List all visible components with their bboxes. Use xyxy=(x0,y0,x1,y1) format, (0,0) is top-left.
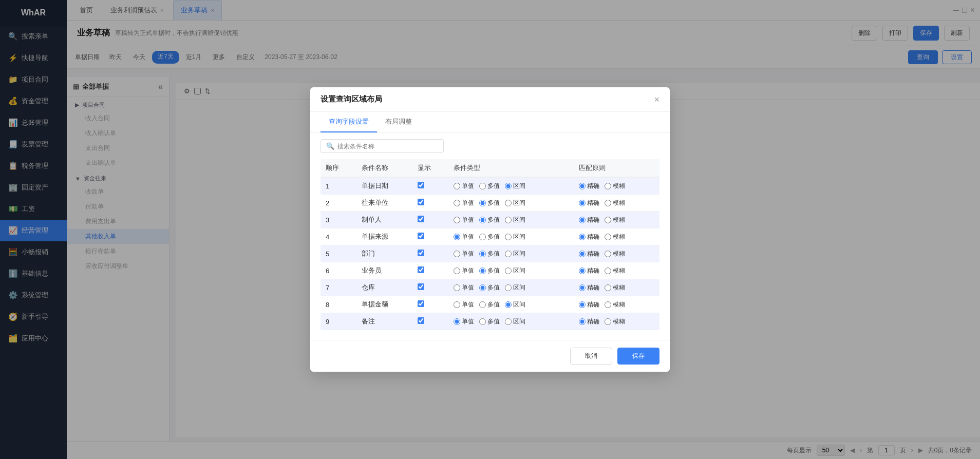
show-checkbox[interactable] xyxy=(418,182,424,188)
show-checkbox[interactable] xyxy=(418,233,424,239)
match-radio-1[interactable]: 模糊 xyxy=(605,216,625,224)
match-radio-1[interactable]: 模糊 xyxy=(605,250,625,258)
cond-type-radio-0[interactable]: 单值 xyxy=(454,182,474,190)
col-condtype: 条件类型 xyxy=(448,159,573,177)
table-row: 1单据日期单值多值区间精确模糊 xyxy=(321,177,659,195)
table-row: 5部门单值多值区间精确模糊 xyxy=(321,245,659,262)
settings-table: 顺序 条件名称 显示 条件类型 匹配原则 1单据日期单值多值区间精确模糊2往来单… xyxy=(321,159,659,334)
cell-name: 备注 xyxy=(356,313,412,330)
cond-type-radio-2[interactable]: 区间 xyxy=(505,300,525,309)
match-radio-0[interactable]: 精确 xyxy=(579,266,599,275)
cond-type-radio-1[interactable]: 多值 xyxy=(479,199,500,207)
dialog-footer: 取消 保存 xyxy=(310,340,670,372)
match-radio-0[interactable]: 精确 xyxy=(579,233,599,241)
cond-type-radio-1[interactable]: 多值 xyxy=(479,233,500,241)
cell-order: 9 xyxy=(321,313,356,330)
cell-name: 单据日期 xyxy=(356,177,412,195)
match-radio-1[interactable]: 模糊 xyxy=(605,233,625,241)
dialog-close-button[interactable]: × xyxy=(654,95,659,104)
cond-type-radio-2[interactable]: 区间 xyxy=(505,317,525,326)
table-row: 9备注单值多值区间精确模糊 xyxy=(321,313,659,330)
cell-order: 10 xyxy=(321,330,356,334)
match-radio-1[interactable]: 模糊 xyxy=(605,300,625,309)
cell-order: 6 xyxy=(321,262,356,279)
match-radio-0[interactable]: 精确 xyxy=(579,250,599,258)
show-checkbox[interactable] xyxy=(418,300,424,307)
cond-type-radio-2[interactable]: 区间 xyxy=(505,250,525,258)
col-order: 顺序 xyxy=(321,159,356,177)
cell-order: 3 xyxy=(321,212,356,228)
cond-type-radio-0[interactable]: 单值 xyxy=(454,317,474,326)
modal-overlay: 设置查询区域布局 × 查询字段设置 布局调整 🔍 顺序 条件名称 xyxy=(0,0,980,459)
cell-name: 单据金额 xyxy=(356,296,412,313)
table-row: 7仓库单值多值区间精确模糊 xyxy=(321,279,659,296)
cond-type-radio-2[interactable]: 区间 xyxy=(505,182,525,190)
settings-dialog: 设置查询区域布局 × 查询字段设置 布局调整 🔍 顺序 条件名称 xyxy=(310,87,670,372)
dialog-tab-fields[interactable]: 查询字段设置 xyxy=(321,112,377,132)
show-checkbox[interactable] xyxy=(418,199,424,205)
col-name: 条件名称 xyxy=(356,159,412,177)
cond-type-radio-0[interactable]: 单值 xyxy=(454,250,474,258)
cell-order: 4 xyxy=(321,228,356,245)
show-checkbox[interactable] xyxy=(418,317,424,324)
cond-type-radio-2[interactable]: 区间 xyxy=(505,266,525,275)
match-radio-0[interactable]: 精确 xyxy=(579,317,599,326)
settings-table-scroll[interactable]: 顺序 条件名称 显示 条件类型 匹配原则 1单据日期单值多值区间精确模糊2往来单… xyxy=(321,159,659,334)
condition-search-bar: 🔍 xyxy=(321,139,444,153)
match-radio-1[interactable]: 模糊 xyxy=(605,283,625,292)
cond-type-radio-2[interactable]: 区间 xyxy=(505,216,525,224)
table-row: 6业务员单值多值区间精确模糊 xyxy=(321,262,659,279)
cell-name: 部门 xyxy=(356,245,412,262)
cond-type-radio-1[interactable]: 多值 xyxy=(479,283,500,292)
cell-order: 8 xyxy=(321,296,356,313)
table-row: 2往来单位单值多值区间精确模糊 xyxy=(321,195,659,212)
col-show: 显示 xyxy=(412,159,448,177)
cond-type-radio-0[interactable]: 单值 xyxy=(454,233,474,241)
match-radio-0[interactable]: 精确 xyxy=(579,199,599,207)
dialog-header: 设置查询区域布局 × xyxy=(310,87,670,112)
show-checkbox[interactable] xyxy=(418,216,424,222)
show-checkbox[interactable] xyxy=(418,266,424,273)
match-radio-1[interactable]: 模糊 xyxy=(605,199,625,207)
match-radio-0[interactable]: 精确 xyxy=(579,182,599,190)
match-radio-1[interactable]: 模糊 xyxy=(605,182,625,190)
table-row: 10单据编号单值多值区间精确模糊 xyxy=(321,330,659,334)
cond-type-radio-0[interactable]: 单值 xyxy=(454,300,474,309)
show-checkbox[interactable] xyxy=(418,250,424,256)
cell-order: 1 xyxy=(321,177,356,195)
search-icon-small: 🔍 xyxy=(326,142,334,150)
match-radio-1[interactable]: 模糊 xyxy=(605,317,625,326)
cond-type-radio-1[interactable]: 多值 xyxy=(479,317,500,326)
table-row: 3制单人单值多值区间精确模糊 xyxy=(321,212,659,228)
match-radio-0[interactable]: 精确 xyxy=(579,300,599,309)
cond-type-radio-1[interactable]: 多值 xyxy=(479,216,500,224)
dialog-cancel-button[interactable]: 取消 xyxy=(570,348,612,365)
dialog-tab-layout[interactable]: 布局调整 xyxy=(377,112,420,132)
cond-type-radio-1[interactable]: 多值 xyxy=(479,250,500,258)
cond-type-radio-0[interactable]: 单值 xyxy=(454,283,474,292)
cell-order: 7 xyxy=(321,279,356,296)
cell-order: 5 xyxy=(321,245,356,262)
condition-search-input[interactable] xyxy=(337,143,438,150)
table-row: 8单据金额单值多值区间精确模糊 xyxy=(321,296,659,313)
cond-type-radio-0[interactable]: 单值 xyxy=(454,216,474,224)
cond-type-radio-2[interactable]: 区间 xyxy=(505,233,525,241)
cond-type-radio-2[interactable]: 区间 xyxy=(505,283,525,292)
col-match: 匹配原则 xyxy=(574,159,659,177)
cell-name: 业务员 xyxy=(356,262,412,279)
cond-type-radio-0[interactable]: 单值 xyxy=(454,266,474,275)
match-radio-0[interactable]: 精确 xyxy=(579,283,599,292)
match-radio-1[interactable]: 模糊 xyxy=(605,266,625,275)
cell-name: 单据来源 xyxy=(356,228,412,245)
cond-type-radio-2[interactable]: 区间 xyxy=(505,199,525,207)
dialog-save-button[interactable]: 保存 xyxy=(617,348,659,365)
cond-type-radio-1[interactable]: 多值 xyxy=(479,300,500,309)
cond-type-radio-0[interactable]: 单值 xyxy=(454,199,474,207)
cond-type-radio-1[interactable]: 多值 xyxy=(479,266,500,275)
cond-type-radio-1[interactable]: 多值 xyxy=(479,182,500,190)
match-radio-0[interactable]: 精确 xyxy=(579,216,599,224)
cell-name: 制单人 xyxy=(356,212,412,228)
show-checkbox[interactable] xyxy=(418,283,424,290)
dialog-body: 🔍 顺序 条件名称 显示 条件类型 匹配原则 xyxy=(310,133,670,340)
cell-name: 往来单位 xyxy=(356,195,412,212)
